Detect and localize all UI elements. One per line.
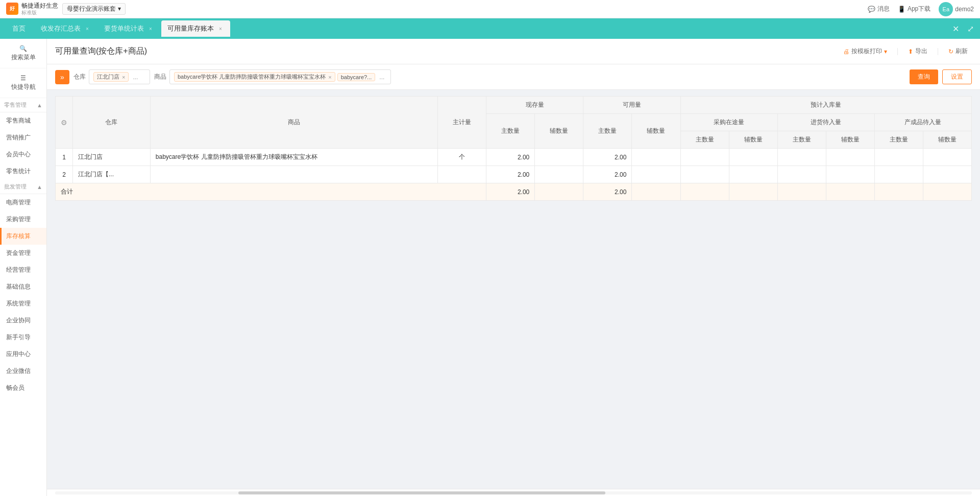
cell-inbound-aux [826, 166, 874, 183]
sidebar-quick-nav[interactable]: ☰ 快捷导航 [0, 68, 46, 98]
org-name: 母婴行业演示账套 [67, 5, 116, 13]
tab-collection-close[interactable]: × [84, 25, 91, 32]
th-purchase-group: 采购在途量 [680, 114, 777, 131]
tab-order-statistics[interactable]: 要货单统计表 × [98, 20, 160, 37]
product-filter: 商品 babycare学饮杯 儿童防摔防撞吸管杯重力球吸嘴杯宝宝水杯 × bab… [154, 69, 391, 84]
divider2 [938, 48, 938, 55]
summary-purchase-aux [729, 183, 777, 201]
logo-text: 畅捷通好生意 标准版 [21, 2, 58, 15]
cell-stock-main: 2.00 [486, 166, 535, 183]
cell-available-aux [632, 149, 680, 166]
sidebar-item-enterprise-collab[interactable]: 企业协同 [0, 312, 46, 329]
sidebar-item-finance[interactable]: 资金管理 [0, 245, 46, 262]
tab-home[interactable]: 首页 [4, 20, 34, 37]
tab-order-close[interactable]: × [147, 25, 154, 32]
product-input[interactable]: babycare学饮杯 儿童防摔防撞吸管杯重力球吸嘴杯宝宝水杯 × babyca… [169, 69, 391, 84]
cell-production-main [874, 166, 923, 183]
user-area[interactable]: Ea demo2 [939, 2, 974, 16]
chevron-icon: ▲ [37, 102, 42, 108]
sidebar-item-member-center[interactable]: 会员中心 [0, 146, 46, 163]
bottom-scrollbar[interactable] [47, 489, 980, 496]
tab-available-close[interactable]: × [217, 25, 224, 32]
logo-sub: 标准版 [21, 10, 58, 16]
print-btn[interactable]: 🖨 按模板打印 ▾ [839, 45, 891, 58]
warehouse-tag-remove[interactable]: × [122, 74, 125, 80]
tab-home-label: 首页 [12, 24, 26, 33]
cell-inbound-main [777, 149, 826, 166]
main-layout: 🔍 搜索菜单 ☰ 快捷导航 零售管理 ▲ 零售商城 营销推广 会员中心 零售统计… [0, 39, 980, 496]
refresh-btn[interactable]: ↻ 刷新 [944, 45, 972, 58]
org-selector[interactable]: 母婴行业演示账套 ▾ [62, 3, 126, 15]
warehouse-input[interactable]: 江北门店 × ... [89, 69, 150, 84]
sidebar-item-wholesale-management[interactable]: 批发管理 ▲ [0, 180, 46, 194]
query-button[interactable]: 查询 [910, 69, 938, 84]
tab-available-inventory[interactable]: 可用量库存账本 × [161, 20, 230, 37]
setting-button[interactable]: 设置 [942, 69, 972, 84]
cell-available-main: 2.00 [583, 166, 632, 183]
sidebar-search[interactable]: 🔍 搜索菜单 [0, 39, 46, 68]
maximize-icon[interactable]: ⤢ [965, 22, 976, 36]
content-area: 可用量查询(按仓库+商品) 🖨 按模板打印 ▾ ⬆ 导出 ↻ 刷新 [47, 39, 980, 496]
print-label: 按模板打印 [851, 47, 882, 56]
tab-collection-label: 收发存汇总表 [41, 24, 81, 33]
sidebar-item-retail-stats[interactable]: 零售统计 [0, 163, 46, 180]
cell-production-main [874, 149, 923, 166]
cell-index: 2 [56, 166, 73, 183]
sidebar-item-new-guide[interactable]: 新手引导 [0, 329, 46, 346]
top-bar-left: 好 畅捷通好生意 标准版 母婴行业演示账套 ▾ [6, 2, 126, 15]
data-table: ⚙ 仓库 商品 主计量 现存量 可用量 预计入库量 主数量 辅数量 主数量 辅数… [55, 96, 972, 201]
sidebar-item-member[interactable]: 畅会员 [0, 380, 46, 396]
cell-stock-main: 2.00 [486, 149, 535, 166]
cell-warehouse: 江北门店 [73, 149, 151, 166]
app-download-btn[interactable]: 📱 App下载 [898, 5, 930, 13]
th-production-main: 主数量 [874, 131, 923, 149]
page-actions: 🖨 按模板打印 ▾ ⬆ 导出 ↻ 刷新 [839, 45, 972, 58]
export-label: 导出 [915, 47, 927, 56]
sidebar-item-basic-info[interactable]: 基础信息 [0, 278, 46, 295]
cell-product: babycare学饮杯 儿童防摔防撞吸管杯重力球吸嘴杯宝宝水杯 [150, 149, 437, 166]
logo-main: 畅捷通好生意 [21, 2, 58, 9]
summary-purchase-main [680, 183, 729, 201]
sidebar-item-retail-mall[interactable]: 零售商城 [0, 112, 46, 129]
close-window-icon[interactable]: ✕ [950, 22, 961, 36]
cell-production-aux [923, 149, 971, 166]
chevron-icon2: ▲ [37, 184, 42, 190]
summary-inbound-main [777, 183, 826, 201]
page-header: 可用量查询(按仓库+商品) 🖨 按模板打印 ▾ ⬆ 导出 ↻ 刷新 [47, 39, 980, 64]
sidebar-item-retail-management[interactable]: 零售管理 ▲ [0, 98, 46, 112]
sidebar-item-app-center[interactable]: 应用中心 [0, 346, 46, 363]
message-btn[interactable]: 💬 消息 [868, 5, 890, 13]
table-area: ⚙ 仓库 商品 主计量 现存量 可用量 预计入库量 主数量 辅数量 主数量 辅数… [47, 90, 980, 489]
settings-icon[interactable]: ⚙ [61, 119, 67, 127]
sidebar-item-ecommerce[interactable]: 电商管理 [0, 194, 46, 211]
sidebar-item-enterprise-wechat[interactable]: 企业微信 [0, 363, 46, 380]
top-bar-right: 💬 消息 📱 App下载 Ea demo2 [868, 2, 974, 16]
sidebar-item-inventory[interactable]: 库存核算 [0, 228, 46, 245]
export-btn[interactable]: ⬆ 导出 [904, 45, 932, 58]
warehouse-label: 仓库 [74, 73, 86, 81]
cell-available-aux [632, 166, 680, 183]
cell-stock-aux [535, 166, 583, 183]
sidebar-item-system[interactable]: 系统管理 [0, 295, 46, 312]
sidebar-item-marketing[interactable]: 营销推广 [0, 129, 46, 146]
avatar: Ea [939, 2, 953, 16]
cell-purchase-main [680, 166, 729, 183]
mobile-icon: 📱 [898, 6, 905, 13]
message-label: 消息 [877, 5, 890, 13]
cell-warehouse: 江北门店【... [73, 166, 151, 183]
product-more[interactable]: ... [377, 74, 386, 81]
product-tag1-remove[interactable]: × [328, 74, 331, 80]
warehouse-more[interactable]: ... [131, 74, 140, 81]
sidebar-item-purchase[interactable]: 采购管理 [0, 211, 46, 228]
th-production-aux: 辅数量 [923, 131, 971, 149]
tab-collection-summary[interactable]: 收发存汇总表 × [35, 20, 97, 37]
sidebar-search-label: 搜索菜单 [11, 53, 36, 62]
summary-inbound-aux [826, 183, 874, 201]
filter-expand-btn[interactable]: » [55, 70, 69, 84]
sidebar-item-operation[interactable]: 经营管理 [0, 262, 46, 278]
cell-unit [438, 166, 486, 183]
summary-stock-main: 2.00 [486, 183, 535, 201]
top-bar: 好 畅捷通好生意 标准版 母婴行业演示账套 ▾ 💬 消息 📱 App下载 Ea … [0, 0, 980, 18]
print-icon: 🖨 [843, 48, 849, 55]
th-settings[interactable]: ⚙ [56, 97, 73, 149]
